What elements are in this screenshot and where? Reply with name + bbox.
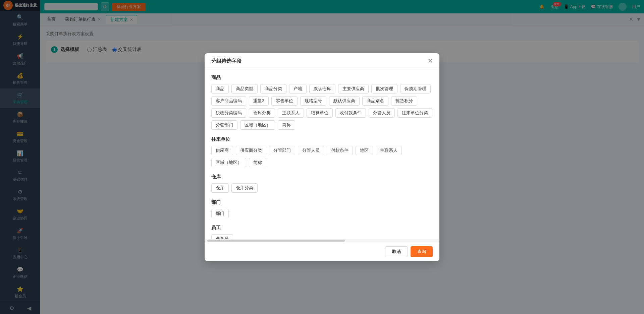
- modal-body[interactable]: 商品商品商品类型商品分类产地默认仓库主要供应商批次管理保质期管理客户商品编码重量…: [205, 69, 439, 239]
- field-tag-0-23[interactable]: 区域（地区）: [240, 120, 275, 130]
- field-tags-1: 供应商供应商分类分管部门分管人员付款条件地区主联系人区域（地区）简称: [211, 146, 433, 167]
- category-title-1: 往来单位: [211, 136, 433, 142]
- modal-overlay: 分组待选字段 ✕ 商品商品商品类型商品分类产地默认仓库主要供应商批次管理保质期管…: [0, 0, 644, 314]
- field-tag-0-16[interactable]: 仓库分类: [249, 108, 275, 118]
- field-tag-0-6[interactable]: 批次管理: [371, 84, 397, 93]
- field-tags-2: 仓库仓库分类: [211, 183, 433, 193]
- field-tag-0-8[interactable]: 客户商品编码: [211, 96, 246, 106]
- field-category-4: 员工业务员: [211, 225, 433, 239]
- cancel-button[interactable]: 取消: [385, 246, 408, 257]
- field-tag-0-18[interactable]: 结算单位: [307, 108, 333, 118]
- field-tags-3: 部门: [211, 209, 433, 218]
- field-category-1: 往来单位供应商供应商分类分管部门分管人员付款条件地区主联系人区域（地区）简称: [211, 136, 433, 167]
- field-tag-3-0[interactable]: 部门: [211, 209, 229, 218]
- field-tag-1-5[interactable]: 地区: [356, 146, 373, 155]
- field-tag-1-7[interactable]: 区域（地区）: [211, 158, 246, 167]
- field-tag-0-11[interactable]: 规格型号: [300, 96, 326, 106]
- field-tag-0-22[interactable]: 分管部门: [211, 120, 237, 130]
- field-tag-0-19[interactable]: 收付款条件: [335, 108, 366, 118]
- field-tag-0-13[interactable]: 商品别名: [362, 96, 388, 106]
- field-tag-0-21[interactable]: 往来单位分类: [397, 108, 432, 118]
- field-category-2: 仓库仓库仓库分类: [211, 174, 433, 193]
- field-tag-0-0[interactable]: 商品: [211, 84, 229, 93]
- field-tag-0-9[interactable]: 重量3: [249, 96, 269, 106]
- field-tag-0-1[interactable]: 商品类型: [231, 84, 258, 93]
- category-title-2: 仓库: [211, 174, 433, 180]
- field-tag-1-0[interactable]: 供应商: [211, 146, 233, 155]
- field-category-3: 部门部门: [211, 199, 433, 218]
- field-tag-2-1[interactable]: 仓库分类: [231, 183, 258, 193]
- field-tag-0-4[interactable]: 默认仓库: [309, 84, 335, 93]
- modal-header: 分组待选字段 ✕: [205, 53, 439, 69]
- modal-close-btn[interactable]: ✕: [428, 58, 433, 64]
- field-category-0: 商品商品商品类型商品分类产地默认仓库主要供应商批次管理保质期管理客户商品编码重量…: [211, 75, 433, 130]
- field-tag-0-14[interactable]: 拣货积分: [391, 96, 417, 106]
- field-tag-1-4[interactable]: 付款条件: [327, 146, 353, 155]
- modal-hscroll[interactable]: [205, 239, 439, 242]
- category-title-0: 商品: [211, 75, 433, 81]
- field-tag-0-10[interactable]: 零售单位: [271, 96, 298, 106]
- modal-footer: 取消 查询: [205, 242, 439, 261]
- field-tags-0: 商品商品类型商品分类产地默认仓库主要供应商批次管理保质期管理客户商品编码重量3零…: [211, 84, 433, 130]
- field-tag-0-12[interactable]: 默认供应商: [329, 96, 360, 106]
- field-tag-0-24[interactable]: 简称: [278, 120, 295, 130]
- category-title-3: 部门: [211, 199, 433, 205]
- field-tag-0-7[interactable]: 保质期管理: [400, 84, 431, 93]
- field-tag-1-2[interactable]: 分管部门: [269, 146, 295, 155]
- field-tag-0-15[interactable]: 税收分类编码: [211, 108, 246, 118]
- field-tag-4-0[interactable]: 业务员: [211, 234, 233, 239]
- category-title-4: 员工: [211, 225, 433, 231]
- field-tag-1-6[interactable]: 主联系人: [376, 146, 402, 155]
- field-tag-2-0[interactable]: 仓库: [211, 183, 229, 193]
- modal-title: 分组待选字段: [211, 58, 241, 64]
- field-tag-1-8[interactable]: 简称: [249, 158, 266, 167]
- confirm-button[interactable]: 查询: [411, 246, 433, 257]
- modal-dialog: 分组待选字段 ✕ 商品商品商品类型商品分类产地默认仓库主要供应商批次管理保质期管…: [205, 53, 439, 261]
- field-tags-4: 业务员: [211, 234, 433, 239]
- field-tag-1-1[interactable]: 供应商分类: [236, 146, 266, 155]
- field-tag-1-3[interactable]: 分管人员: [298, 146, 324, 155]
- field-tag-0-20[interactable]: 分管人员: [369, 108, 395, 118]
- field-tag-0-2[interactable]: 商品分类: [260, 84, 286, 93]
- field-tag-0-5[interactable]: 主要供应商: [338, 84, 369, 93]
- field-tag-0-3[interactable]: 产地: [289, 84, 307, 93]
- hscroll-thumb: [207, 240, 345, 242]
- field-tag-0-17[interactable]: 主联系人: [278, 108, 304, 118]
